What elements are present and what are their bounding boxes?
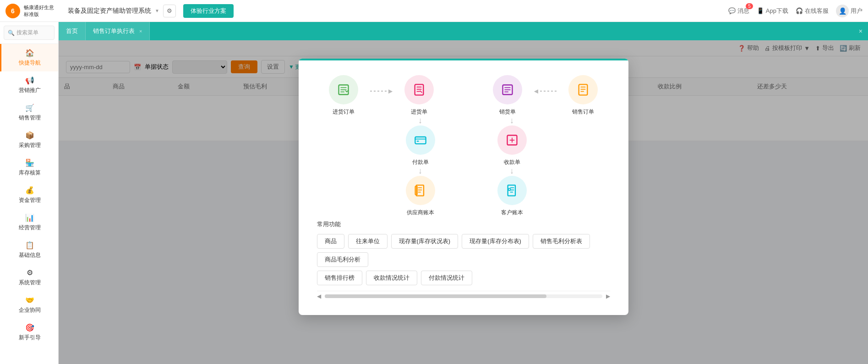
sidebar-item-quick-nav[interactable]: 🏠 快捷导航 <box>0 44 58 71</box>
home-icon: 🏠 <box>25 49 34 57</box>
marketing-icon: 📢 <box>25 76 34 85</box>
customer-ledger-label: 客户账本 <box>501 209 523 217</box>
btn-sales-ranking[interactable]: 销售排行榜 <box>317 271 362 285</box>
down-arrow-sb: ↓ <box>485 116 540 125</box>
top-bar: 6 畅康通好生意 标准版 装备及固定资产辅助管理系统 ▼ ⚙ 体验行业方案 💬 … <box>0 0 868 22</box>
top-right-area: 💬 消息 5 📱 App下载 🎧 在线客服 👤 用户 <box>728 5 863 17</box>
content-area: 首页 销售订单执行表 × × ❓ 帮助 🖨 <box>59 22 868 364</box>
flow-row-2-arrows: ↓ ↓ <box>317 116 610 125</box>
svg-point-10 <box>508 188 510 190</box>
sidebar-item-marketing[interactable]: 📢 营销推广 <box>0 71 58 99</box>
btn-goods-profit[interactable]: 商品毛利分析 <box>317 252 368 267</box>
gear-button[interactable]: ⚙ <box>163 5 176 17</box>
btn-payment-stats[interactable]: 付款情况统计 <box>421 271 472 285</box>
btn-sales-profit-analysis[interactable]: 销售毛利分析表 <box>533 234 590 249</box>
btn-receipt-stats[interactable]: 收款情况统计 <box>366 271 417 285</box>
receipt-bill-icon <box>497 125 527 155</box>
search-menu-button[interactable]: 🔍 搜索菜单 <box>4 26 55 40</box>
common-functions-section: 常用功能 商品 往来单位 现存量(库存状况表) 现存量(库存分布表) 销售毛利分… <box>317 220 610 285</box>
flow-item-sales-order[interactable]: 销售订单 <box>557 75 610 116</box>
basic-info-icon: 📋 <box>25 241 34 250</box>
svg-rect-5 <box>416 141 419 141</box>
user-menu[interactable]: 👤 用户 <box>836 5 863 17</box>
sidebar-item-basic-info[interactable]: 📋 基础信息 <box>0 236 58 264</box>
sales-order-icon <box>568 75 598 104</box>
system-title: 装备及固定资产辅助管理系统 ▼ ⚙ 体验行业方案 <box>64 4 728 18</box>
arrow-so-sb: ▶ <box>534 88 557 103</box>
scroll-right-arrow[interactable]: ▶ <box>606 293 610 299</box>
flow-item-purchase-bill[interactable]: 进货单 <box>393 75 446 116</box>
logo-area: 6 畅康通好生意 标准版 <box>5 4 64 18</box>
sidebar-item-enterprise[interactable]: 🤝 企业协同 <box>0 291 58 319</box>
sidebar-item-newbie[interactable]: 🎯 新手引导 <box>0 319 58 346</box>
flow-item-receipt-bill[interactable]: 收款单 <box>485 125 540 166</box>
message-icon: 💬 <box>728 7 736 14</box>
svg-rect-4 <box>415 137 426 144</box>
sidebar-item-finance[interactable]: 💰 资金管理 <box>0 181 58 209</box>
app-download-button[interactable]: 📱 App下载 <box>757 7 788 15</box>
sidebar-item-sales[interactable]: 🛒 销售管理 <box>0 99 58 126</box>
flow-row-1: 进货订单 ▶ <box>317 75 610 116</box>
page-content: ❓ 帮助 🖨 按模板打印 ▼ ⬆ 导出 🔄 刷新 <box>59 40 868 364</box>
tab-home[interactable]: 首页 <box>59 22 86 40</box>
modal-overlay: 进货订单 ▶ <box>59 40 868 364</box>
payment-bill-icon <box>406 125 435 155</box>
online-service-button[interactable]: 🎧 在线客服 <box>796 7 829 15</box>
download-icon: 📱 <box>757 7 764 14</box>
tab-close-main-button[interactable]: × <box>853 22 868 40</box>
newbie-icon: 🎯 <box>25 323 34 332</box>
system-dropdown-icon[interactable]: ▼ <box>155 8 159 13</box>
scroll-thumb <box>325 294 547 298</box>
payment-bill-label: 付款单 <box>412 158 429 166</box>
customer-ledger-icon <box>497 176 527 205</box>
sidebar: 🔍 搜索菜单 🏠 快捷导航 📢 营销推广 🛒 销售管理 📦 采购管理 <box>0 22 59 364</box>
sales-bill-label: 销货单 <box>499 108 516 116</box>
purchase-order-label: 进货订单 <box>333 108 355 116</box>
btn-counterpart[interactable]: 往来单位 <box>348 234 388 249</box>
arrow-po-pb: ▶ <box>370 88 393 103</box>
purchase-bill-label: 进货单 <box>411 108 427 116</box>
receipt-bill-label: 收款单 <box>504 158 520 166</box>
flow-item-payment-bill[interactable]: 付款单 <box>393 125 448 166</box>
flow-row-4-arrows: ↓ ↓ <box>317 166 610 176</box>
tab-bar: 首页 销售订单执行表 × × <box>59 22 868 40</box>
supplier-ledger-label: 供应商账本 <box>407 209 434 217</box>
modal-scrollbar: ◀ ▶ <box>317 291 610 301</box>
flow-row-3: 付款单 <box>317 125 610 166</box>
flow-item-supplier-ledger[interactable]: 供应商账本 <box>393 176 448 217</box>
scroll-left-arrow[interactable]: ◀ <box>317 293 321 299</box>
sidebar-item-system[interactable]: ⚙ 系统管理 <box>0 264 58 291</box>
enterprise-icon: 🤝 <box>25 296 34 304</box>
flow-modal: 进货订单 ▶ <box>299 59 628 315</box>
operations-icon: 📊 <box>25 213 34 222</box>
sidebar-item-operations[interactable]: 📊 经营管理 <box>0 209 58 236</box>
btn-stock-dist[interactable]: 现存量(库存分布表) <box>462 234 529 249</box>
btn-goods[interactable]: 商品 <box>317 234 344 249</box>
modal-body: 进货订单 ▶ <box>299 60 628 315</box>
tab-sales-order-exec[interactable]: 销售订单执行表 × <box>86 22 150 40</box>
sales-icon: 🛒 <box>25 103 34 112</box>
service-icon: 🎧 <box>796 7 803 14</box>
flow-item-purchase-order[interactable]: 进货订单 <box>317 75 370 116</box>
app-container: 6 畅康通好生意 标准版 装备及固定资产辅助管理系统 ▼ ⚙ 体验行业方案 💬 … <box>0 0 868 364</box>
flow-item-customer-ledger[interactable]: 客户账本 <box>485 176 540 217</box>
logo-icon: 6 <box>5 4 20 18</box>
down-arrow-pb: ↓ <box>393 116 448 125</box>
sidebar-item-purchase[interactable]: 📦 采购管理 <box>0 126 58 154</box>
logo-text: 畅康通好生意 标准版 <box>24 4 54 17</box>
finance-icon: 💰 <box>25 186 34 195</box>
flow-item-sales-bill[interactable]: 销货单 <box>481 75 534 116</box>
experience-button[interactable]: 体验行业方案 <box>183 4 234 18</box>
system-icon: ⚙ <box>27 268 33 277</box>
supplier-ledger-icon <box>406 176 435 205</box>
btn-stock-status[interactable]: 现存量(库存状况表) <box>391 234 459 249</box>
search-icon: 🔍 <box>8 30 15 36</box>
down-arrow-rec: ↓ <box>485 166 540 176</box>
scroll-track[interactable] <box>325 294 602 298</box>
purchase-bill-icon <box>404 75 434 104</box>
message-button[interactable]: 💬 消息 5 <box>728 7 749 15</box>
flow-diagram: 进货订单 ▶ <box>317 75 610 217</box>
sidebar-item-inventory[interactable]: 🏪 库存核算 <box>0 154 58 181</box>
common-buttons-row2: 销售排行榜 收款情况统计 付款情况统计 <box>317 271 610 285</box>
tab-close-icon[interactable]: × <box>139 28 142 34</box>
